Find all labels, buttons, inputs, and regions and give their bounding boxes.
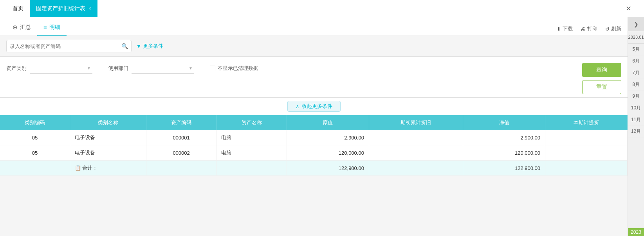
active-tab[interactable]: 固定资产折旧统计表 × [30, 0, 97, 17]
total-row: 📋 合计： 122,900.00 122,900.00 [0, 161, 628, 176]
detail-icon: ≡ [43, 24, 47, 31]
search-input[interactable] [10, 43, 119, 49]
cell-code: 05 [0, 145, 70, 161]
sidebar-year-badge: 2023 [628, 228, 644, 236]
cell-current [545, 145, 628, 161]
col-header-asset-code: 资产编码 [146, 115, 216, 130]
filter-more-button[interactable]: ▼ 更多条件 [136, 43, 163, 50]
sidebar-month-8[interactable]: 8月 [628, 79, 644, 91]
cell-current [545, 130, 628, 145]
tab-close-icon[interactable]: × [88, 6, 91, 11]
sidebar-arrow-button[interactable]: ❯ [628, 17, 644, 31]
filter-icon: ▼ [136, 43, 141, 49]
tab-detail[interactable]: ≡ 明细 [37, 24, 67, 36]
no-cleared-label: 不显示已清理数据 [218, 65, 258, 72]
asset-type-select[interactable]: ▼ [30, 63, 92, 74]
sidebar-month-7[interactable]: 7月 [628, 67, 644, 79]
asset-type-arrow-icon: ▼ [87, 66, 91, 70]
total-net: 122,900.00 [463, 161, 545, 176]
department-label: 使用部门 [108, 65, 128, 72]
sidebar-date-label: 2023.01 [628, 31, 644, 44]
refresh-icon: ↺ [605, 26, 610, 32]
cell-code: 05 [0, 130, 70, 145]
sidebar-month-10[interactable]: 10月 [628, 102, 644, 114]
sidebar-month-6[interactable]: 6月 [628, 55, 644, 67]
col-header-code: 类别编码 [0, 115, 70, 130]
cell-name: 电子设备 [70, 130, 146, 145]
cell-asset-name: 电脑 [216, 145, 287, 161]
download-button[interactable]: ⬇ 下载 [557, 25, 573, 32]
total-empty-2 [216, 161, 287, 176]
sidebar-month-11[interactable]: 11月 [628, 114, 644, 126]
asset-type-filter: 资产类别 ▼ [6, 63, 92, 74]
cell-asset-code: 000002 [146, 145, 216, 161]
total-original: 122,900.00 [287, 161, 369, 176]
sidebar-month-12[interactable]: 12月 [628, 126, 644, 138]
total-empty-1 [146, 161, 216, 176]
col-header-name: 类别名称 [70, 115, 146, 130]
right-sidebar: ❯ 2023.01 5月 6月 7月 8月 9月 10月 11月 12月 202… [628, 17, 644, 236]
sidebar-month-9[interactable]: 9月 [628, 91, 644, 102]
print-button[interactable]: 🖨 打印 [581, 25, 597, 32]
home-nav-item[interactable]: 首页 [6, 0, 30, 17]
tab-label: 固定资产折旧统计表 [36, 5, 85, 12]
department-arrow-icon: ▼ [189, 66, 193, 70]
table-wrap: 类别编码 类别名称 资产编码 资产名称 原值 期初累计折旧 净值 本期计提折 0… [0, 115, 628, 236]
cell-asset-code: 000001 [146, 130, 216, 145]
reset-button[interactable]: 重置 [582, 80, 621, 94]
total-label [0, 161, 70, 176]
col-header-original: 原值 [287, 115, 369, 130]
total-accumulated [369, 161, 463, 176]
download-icon: ⬇ [557, 26, 561, 32]
cell-original: 2,900.00 [287, 130, 369, 145]
search-icon: 🔍 [121, 43, 128, 49]
tab-summary[interactable]: ⊕ 汇总 [6, 24, 37, 36]
no-cleared-filter: 不显示已清理数据 [210, 65, 258, 72]
table-row: 05 电子设备 000001 电脑 2,900.00 2,900.00 [0, 130, 628, 145]
cell-name: 电子设备 [70, 145, 146, 161]
search-input-wrap: 🔍 [6, 40, 132, 52]
col-header-current: 本期计提折 [545, 115, 628, 130]
department-select[interactable]: ▼ [132, 63, 194, 74]
col-header-accumulated: 期初累计折旧 [369, 115, 463, 130]
col-header-net: 净值 [463, 115, 545, 130]
asset-type-label: 资产类别 [6, 65, 27, 72]
total-current [545, 161, 628, 176]
department-filter: 使用部门 ▼ [108, 63, 194, 74]
col-header-asset-name: 资产名称 [216, 115, 287, 130]
no-cleared-checkbox[interactable] [210, 66, 215, 71]
cell-accumulated [369, 145, 463, 161]
refresh-button[interactable]: ↺ 刷新 [605, 25, 621, 32]
total-label-2: 📋 合计： [70, 161, 146, 176]
cell-original: 120,000.00 [287, 145, 369, 161]
cell-accumulated [369, 130, 463, 145]
query-button[interactable]: 查询 [582, 63, 621, 77]
print-icon: 🖨 [581, 26, 586, 32]
sidebar-month-5[interactable]: 5月 [628, 44, 644, 55]
collapse-up-icon: ∧ [296, 104, 299, 109]
summary-icon: ⊕ [13, 24, 18, 31]
cell-net: 2,900.00 [463, 130, 545, 145]
window-close-button[interactable]: ✕ [619, 4, 638, 13]
cell-asset-name: 电脑 [216, 130, 287, 145]
table-row: 05 电子设备 000002 电脑 120,000.00 120,000.00 [0, 145, 628, 161]
cell-net: 120,000.00 [463, 145, 545, 161]
collapse-button[interactable]: ∧ 收起更多条件 [287, 101, 341, 112]
